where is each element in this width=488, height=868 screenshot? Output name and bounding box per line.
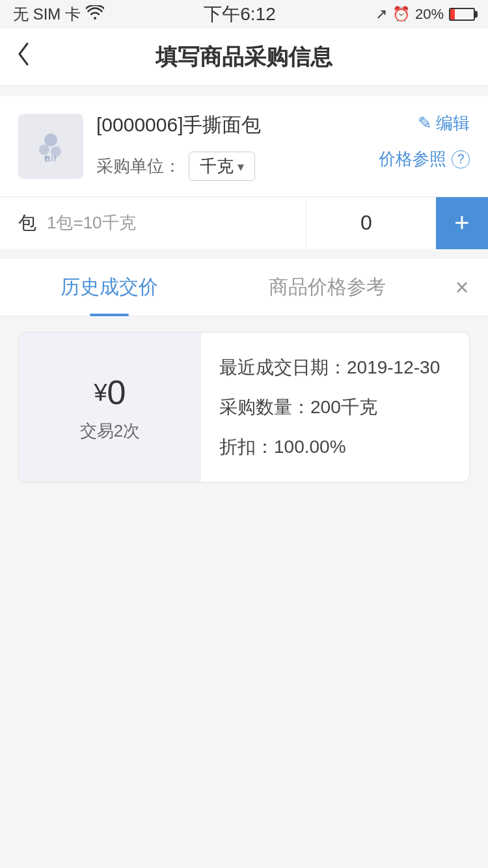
unit-arrow-icon: ▾ [237,159,244,174]
tab-history-price[interactable]: 历史成交价 [0,259,218,316]
tab-history-label: 历史成交价 [61,274,158,301]
unit-conversion-hint: 1包=10千克 [47,211,136,234]
product-info: [0000006]手撕面包 采购单位： 千克 ▾ [96,112,261,181]
history-card-right: 最近成交日期：2019-12-30 采购数量：200千克 折扣：100.00% [201,332,469,482]
svg-point-1 [39,144,49,155]
recent-date-value: 2019-12-30 [347,357,440,377]
tab-product-price-ref[interactable]: 商品价格参考 [218,259,436,316]
product-thumbnail: 数计 [18,114,83,179]
product-name: [0000006]手撕面包 [96,112,261,139]
tab-price-ref-label: 商品价格参考 [269,274,386,301]
product-header: 数计 [0000006]手撕面包 采购单位： 千克 ▾ ✎ 编辑 [18,112,470,181]
page-title: 填写商品采购信息 [156,42,332,72]
carrier-text: 无 SIM 卡 [13,4,81,25]
unit-char: 包 [18,211,36,236]
product-card: 数计 [0000006]手撕面包 采购单位： 千克 ▾ ✎ 编辑 [0,96,488,197]
status-left: 无 SIM 卡 [13,4,104,25]
close-icon: × [455,274,468,301]
product-unit-row: 采购单位： 千克 ▾ [96,152,261,181]
recent-date-row: 最近成交日期：2019-12-30 [219,353,451,383]
trade-count: 交易2次 [80,420,140,442]
plus-icon: + [454,208,469,237]
nav-bar: 填写商品采购信息 [0,29,488,86]
history-card: ¥0 交易2次 最近成交日期：2019-12-30 采购数量：200千克 折扣：… [18,332,470,483]
back-button[interactable] [16,41,31,73]
history-card-left: ¥0 交易2次 [19,332,201,482]
edit-icon: ✎ [418,113,432,133]
battery-icon [449,8,475,21]
help-icon: ? [452,150,470,169]
wifi-icon [86,5,104,23]
battery-percent: 20% [415,6,444,23]
location-icon: ↗ [375,6,387,23]
tab-close-button[interactable]: × [436,259,488,316]
unit-value: 千克 [200,155,234,178]
status-right: ↗ ⏰ 20% [375,6,475,23]
history-price: ¥0 [94,373,126,412]
quantity-plus-button[interactable]: + [436,197,488,249]
quantity-row: 包 1包=10千克 + [0,197,488,249]
discount-label: 折扣： [219,437,274,457]
unit-label: 采购单位： [96,155,181,178]
svg-text:数计: 数计 [44,155,57,162]
status-bar: 无 SIM 卡 下午6:12 ↗ ⏰ 20% [0,0,488,29]
price-ref-label: 价格参照 [379,148,446,170]
quantity-label: 包 1包=10千克 [18,211,136,236]
status-time: 下午6:12 [204,2,276,27]
purchase-qty-value: 200千克 [310,397,377,417]
tabs-bar: 历史成交价 商品价格参考 × [0,259,488,316]
quantity-control: + [306,197,488,249]
edit-label: 编辑 [436,112,470,135]
svg-point-0 [44,133,57,146]
product-left: 数计 [0000006]手撕面包 采购单位： 千克 ▾ [18,112,261,181]
unit-selector[interactable]: 千克 ▾ [189,152,255,181]
purchase-qty-label: 采购数量： [219,397,310,417]
history-section: ¥0 交易2次 最近成交日期：2019-12-30 采购数量：200千克 折扣：… [0,316,488,498]
product-right: ✎ 编辑 价格参照 ? [379,112,470,170]
discount-value: 100.00% [274,437,346,457]
quantity-input[interactable] [306,197,436,249]
price-value: 0 [107,373,126,411]
edit-button[interactable]: ✎ 编辑 [418,112,470,135]
price-ref-button[interactable]: 价格参照 ? [379,148,470,170]
purchase-qty-row: 采购数量：200千克 [219,393,451,422]
price-symbol: ¥ [94,379,107,407]
discount-row: 折扣：100.00% [219,433,451,462]
recent-date-label: 最近成交日期： [219,357,347,377]
alarm-icon: ⏰ [392,6,410,23]
